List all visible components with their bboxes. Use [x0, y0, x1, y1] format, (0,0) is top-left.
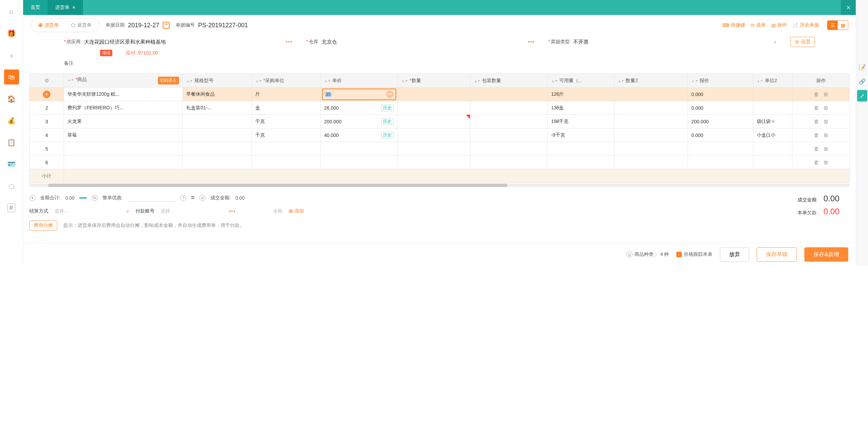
discount-input[interactable] — [128, 194, 175, 202]
home-alt-icon[interactable]: ⌂ — [4, 4, 19, 19]
amount-input[interactable]: 金额 — [242, 208, 283, 214]
remark-input[interactable] — [77, 59, 815, 67]
copy-row-icon[interactable]: ⊞ — [824, 159, 828, 166]
cell-price[interactable] — [321, 156, 398, 169]
link-icon[interactable]: 🔗 — [857, 76, 867, 87]
copy-row-icon[interactable]: ⊞ — [824, 91, 828, 97]
col-spec[interactable]: ▲▼规格型号 — [183, 74, 252, 88]
cell-quote[interactable]: 0.000 — [688, 101, 753, 115]
dollar-house-icon[interactable]: ⬨ — [4, 48, 19, 63]
warehouse-value[interactable]: 北京仓 — [322, 39, 337, 45]
cell-product[interactable]: 华美华夫软饼1200g 糕... — [64, 88, 183, 101]
view-list-icon[interactable]: ☰ — [827, 21, 838, 30]
cell-unit[interactable] — [252, 142, 320, 156]
cell-quote[interactable] — [688, 142, 753, 156]
cell-qty2[interactable] — [614, 115, 688, 128]
cell-unit[interactable] — [252, 156, 320, 169]
cell-qty2[interactable] — [614, 128, 688, 142]
history-tag[interactable]: 历史 — [381, 105, 393, 111]
history-tag[interactable]: 历史 — [381, 132, 393, 139]
cell-pack[interactable] — [470, 115, 548, 128]
cell-quote[interactable] — [688, 156, 753, 169]
save-draft-button[interactable]: 保存草稿 — [757, 247, 797, 262]
col-avail[interactable]: ▲▼可用量（... — [548, 74, 614, 88]
building-icon[interactable]: 🏠 — [4, 91, 19, 106]
scan-badge[interactable]: 扫码录入 — [158, 77, 179, 84]
cell-quote[interactable]: 200.000 — [688, 115, 753, 128]
cell-spec[interactable] — [183, 156, 252, 169]
price-more-icon[interactable]: ••• — [386, 91, 393, 98]
cell-unit2[interactable] — [753, 88, 792, 101]
cell-product[interactable] — [64, 156, 183, 169]
cell-qty[interactable] — [398, 101, 470, 115]
col-settings[interactable]: ⚙ — [30, 74, 64, 88]
cell-unit2[interactable]: 袋(1袋 ≈ — [753, 115, 792, 128]
cell-price[interactable]: 40.000 历史 — [321, 128, 398, 142]
pill-out[interactable]: 退货单 — [65, 21, 98, 30]
cell-product[interactable] — [64, 142, 183, 156]
cell-spec[interactable]: 礼盒装01-... — [183, 101, 252, 115]
cell-product[interactable]: 火龙果 — [64, 115, 183, 128]
doc-date-value[interactable]: 2019-12-27 — [128, 22, 159, 29]
col-qty2[interactable]: ▲▼数量2 — [614, 74, 688, 88]
cell-qty2[interactable] — [614, 156, 688, 169]
expand-icon[interactable]: ⤢ — [857, 90, 867, 102]
cell-unit2[interactable] — [753, 142, 792, 156]
copy-row-icon[interactable]: ⊞ — [824, 146, 828, 152]
clipboard-icon[interactable]: 📋 — [4, 135, 19, 150]
pick-action[interactable]: ⟳选单 — [751, 22, 766, 28]
pill-in[interactable]: 进货单 — [32, 21, 65, 30]
discard-button[interactable]: 放弃 — [720, 247, 749, 262]
delete-row-icon[interactable]: 🗑 — [814, 119, 819, 125]
cell-qty[interactable] — [398, 128, 470, 142]
cell-price[interactable]: 200.000 历史 — [321, 115, 398, 128]
cell-unit2[interactable]: 小盒(1小 — [753, 128, 792, 142]
delete-row-icon[interactable]: 🗑 — [814, 132, 819, 138]
col-qty[interactable]: ▲▼*数量 — [398, 74, 470, 88]
cell-qty[interactable] — [398, 142, 470, 156]
col-product[interactable]: ▲▼*商品扫码录入 — [64, 74, 183, 88]
cell-price[interactable] — [321, 142, 398, 156]
note-icon[interactable]: 📝 — [857, 61, 867, 73]
cell-price[interactable]: 26.000 历史 — [321, 101, 398, 115]
cell-spec[interactable] — [183, 128, 252, 142]
cell-quote[interactable]: 0.000 — [688, 128, 753, 142]
cell-product[interactable]: 草莓 — [64, 128, 183, 142]
invoice-value[interactable]: 不开票 — [573, 39, 589, 45]
cell-spec[interactable]: 早餐休闲食品 — [183, 88, 252, 101]
save-new-button[interactable]: 保存&新增 — [804, 247, 848, 262]
table-scrollbar[interactable] — [29, 184, 850, 187]
copy-row-icon[interactable]: ⊞ — [824, 119, 828, 125]
cell-unit2[interactable] — [753, 156, 792, 169]
cell-unit[interactable]: 盒 — [252, 101, 320, 115]
add-payment-button[interactable]: ⊕添加 — [289, 208, 304, 214]
delete-row-icon[interactable]: 🗑 — [814, 105, 819, 111]
payacct-select[interactable]: 选择...••• — [161, 208, 236, 214]
col-unit2[interactable]: ▲▼单位2 — [753, 74, 792, 88]
copy-row-icon[interactable]: ⊞ — [824, 132, 828, 138]
cell-pack[interactable] — [470, 128, 548, 142]
money-bag-icon[interactable]: 💰 — [4, 113, 19, 128]
operate-action[interactable]: ▤操作 — [771, 22, 787, 28]
help-icon[interactable]: ? — [180, 195, 186, 201]
bag-icon[interactable]: 🛍 — [4, 69, 19, 84]
tab-home[interactable]: 首页 — [23, 0, 48, 15]
col-unit[interactable]: ▲▼*采购单位 — [252, 74, 320, 88]
history-tag[interactable]: 历史 — [381, 118, 393, 125]
add-row-icon[interactable]: + — [43, 91, 50, 98]
supplier-value[interactable]: 大连花园口经济区景和水果种植基地 — [84, 39, 166, 45]
delete-row-icon[interactable]: 🗑 — [814, 146, 819, 152]
cell-qty[interactable] — [398, 88, 470, 101]
supplier-more-icon[interactable]: ••• — [286, 39, 293, 45]
col-price[interactable]: ▲▼单价 — [321, 74, 398, 88]
col-pack[interactable]: ▲▼包装数量 — [470, 74, 548, 88]
tab-purchase[interactable]: 进货单 ✕ — [48, 0, 83, 15]
settle-select[interactable]: 选择...∨ — [54, 208, 129, 214]
cell-pack[interactable] — [470, 101, 548, 115]
cell-pack[interactable] — [470, 156, 548, 169]
cell-qty[interactable] — [398, 156, 470, 169]
delete-row-icon[interactable]: 🗑 — [814, 159, 819, 166]
cell-quote[interactable]: 0.000 — [688, 88, 753, 101]
cell-unit2[interactable] — [753, 101, 792, 115]
cell-price[interactable]: 35••• — [321, 88, 398, 101]
